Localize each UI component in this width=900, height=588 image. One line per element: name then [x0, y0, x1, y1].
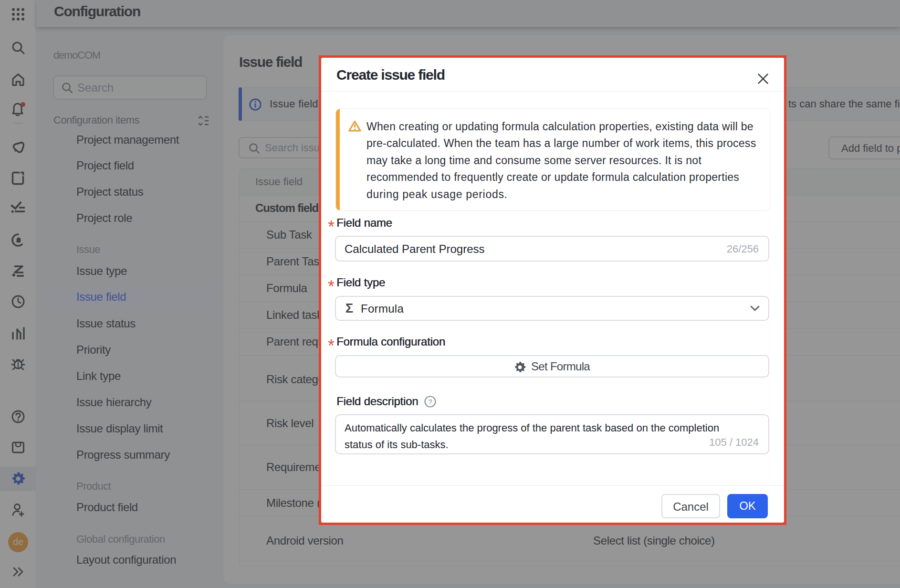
svg-text:?: ?: [428, 398, 432, 406]
